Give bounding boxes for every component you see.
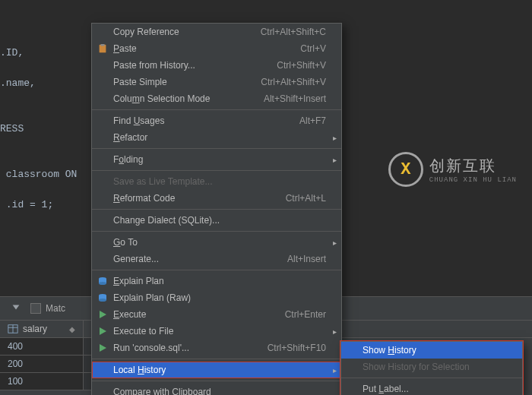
match-case-label: Matc xyxy=(46,303,65,314)
sort-icon[interactable]: ◆ xyxy=(69,325,75,333)
submenu-put-label[interactable]: Put Label... xyxy=(341,381,522,395)
menu-separator xyxy=(92,170,341,171)
match-case-checkbox[interactable]: Matc xyxy=(30,303,65,314)
submenu-arrow-icon: ▸ xyxy=(333,327,337,336)
checkbox-icon xyxy=(30,303,41,314)
menu-paste[interactable]: PasteCtrl+V xyxy=(92,40,341,57)
submenu-arrow-icon: ▸ xyxy=(333,156,337,164)
arrow-down-icon[interactable] xyxy=(11,302,21,315)
submenu-show-history[interactable]: Show History xyxy=(341,342,522,359)
menu-generate[interactable]: Generate...Alt+Insert xyxy=(92,251,341,267)
submenu-arrow-icon: ▸ xyxy=(333,134,337,142)
menu-local-history[interactable]: Local History▸ xyxy=(92,362,341,378)
menu-separator xyxy=(92,381,341,381)
menu-separator xyxy=(92,270,341,270)
database-icon xyxy=(97,293,109,302)
watermark-text-cn: 创新互联 xyxy=(429,156,517,176)
cell-salary[interactable]: 100 xyxy=(0,373,84,390)
cell-salary[interactable]: 200 xyxy=(0,356,84,373)
menu-paste-simple[interactable]: Paste SimpleCtrl+Alt+Shift+V xyxy=(92,74,341,90)
menu-column-selection-mode[interactable]: Column Selection ModeAlt+Shift+Insert xyxy=(92,90,341,107)
menu-copy-reference[interactable]: Copy ReferenceCtrl+Alt+Shift+C xyxy=(92,24,341,40)
svg-point-10 xyxy=(99,299,106,302)
menu-execute[interactable]: ExecuteCtrl+Enter xyxy=(92,306,341,323)
menu-explain-plan-raw[interactable]: Explain Plan (Raw) xyxy=(92,289,341,306)
cell-salary[interactable]: 400 xyxy=(0,338,84,356)
menu-compare-clipboard[interactable]: Compare with Clipboard xyxy=(92,384,341,395)
submenu-arrow-icon: ▸ xyxy=(333,366,337,374)
watermark-ring-icon: X xyxy=(388,152,423,187)
menu-execute-to-file[interactable]: Execute to File▸ xyxy=(92,323,341,340)
submenu-arrow-icon: ▸ xyxy=(333,239,337,247)
menu-go-to[interactable]: Go To▸ xyxy=(92,234,341,251)
paste-icon xyxy=(97,43,109,54)
menu-separator xyxy=(341,378,522,378)
menu-separator xyxy=(92,209,341,210)
menu-explain-plan[interactable]: Explain Plan xyxy=(92,273,341,289)
play-icon xyxy=(97,327,109,336)
play-icon xyxy=(97,343,109,352)
menu-run-console[interactable]: Run 'console.sql'...Ctrl+Shift+F10 xyxy=(92,340,341,356)
menu-find-usages[interactable]: Find UsagesAlt+F7 xyxy=(92,112,341,129)
play-icon xyxy=(97,310,109,319)
menu-refactor[interactable]: Refactor▸ xyxy=(92,129,341,146)
svg-point-7 xyxy=(99,282,106,285)
submenu-show-history-selection: Show History for Selection xyxy=(341,359,522,375)
menu-folding[interactable]: Folding▸ xyxy=(92,151,341,168)
menu-paste-from-history[interactable]: Paste from History...Ctrl+Shift+V xyxy=(92,57,341,74)
menu-separator xyxy=(92,148,341,149)
column-header-salary[interactable]: salary ◆ xyxy=(0,321,84,337)
local-history-submenu: Show History Show History for Selection … xyxy=(340,341,523,395)
watermark-text-py: CHUANG XIN HU LIAN xyxy=(429,176,517,184)
menu-change-dialect[interactable]: Change Dialect (SQLite)... xyxy=(92,212,341,229)
menu-reformat-code[interactable]: Reformat CodeCtrl+Alt+L xyxy=(92,190,341,207)
watermark-logo: X 创新互联 CHUANG XIN HU LIAN xyxy=(388,152,517,187)
svg-rect-4 xyxy=(100,44,104,46)
menu-save-live-template: Save as Live Template... xyxy=(92,173,341,190)
table-icon xyxy=(8,324,18,334)
context-menu: Copy ReferenceCtrl+Alt+Shift+C PasteCtrl… xyxy=(91,23,342,395)
menu-separator xyxy=(92,231,341,232)
database-icon xyxy=(97,276,109,286)
menu-separator xyxy=(92,109,341,110)
menu-separator xyxy=(92,359,341,359)
